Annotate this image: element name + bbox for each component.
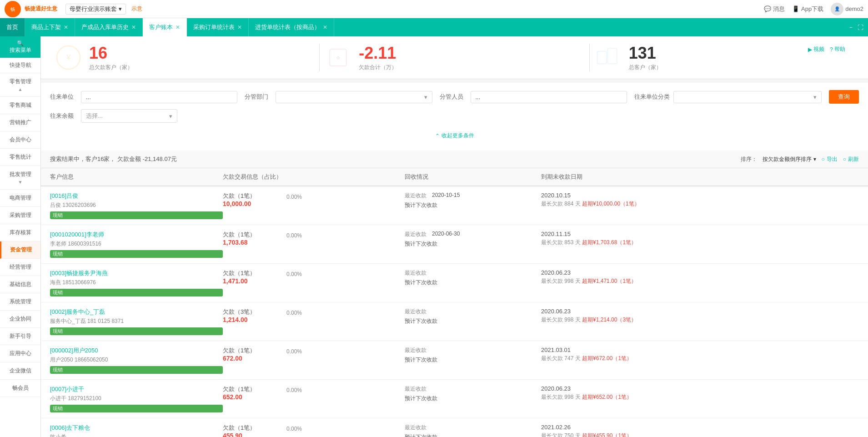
customer-name-1[interactable]: [0016]吕俊	[50, 192, 223, 200]
help-button[interactable]: ? 帮助	[830, 45, 845, 53]
sidebar-quick-nav[interactable]: 快捷导航	[0, 58, 40, 73]
filter-unit-input[interactable]: ...	[81, 91, 237, 103]
customer-name-3[interactable]: [0003]畅捷服务尹海燕	[50, 269, 223, 277]
refresh-button[interactable]: ○ 刷新	[843, 156, 859, 163]
debt-count-1: 欠款（1笔）	[223, 192, 277, 200]
stat-actions: ▶ 视频 ? 帮助	[808, 44, 845, 53]
total-customers-value: 131	[629, 44, 662, 63]
table-row: [0001020001]李老师 李老师 18600391516 现销 欠款（1笔…	[41, 225, 868, 264]
sidebar-item-ecommerce[interactable]: 电商管理	[0, 190, 40, 207]
th-due-date: 到期未收款日期	[541, 173, 859, 181]
customer-tag-5: 现销	[50, 366, 223, 374]
overdue-info-7: 最长欠款 750 天 超期¥455.90（1笔）	[541, 432, 859, 437]
debt-pct-1: 0.00%	[286, 192, 302, 200]
sidebar-item-enterprise-wechat[interactable]: 企业微信	[0, 362, 40, 380]
sidebar-item-member-center[interactable]: 会员中心	[0, 131, 40, 149]
filter-person-input[interactable]: ...	[471, 91, 627, 103]
overdue-link-3[interactable]: 超期¥1,471.00（1笔）	[582, 278, 637, 284]
overdue-link-4[interactable]: 超期¥1,214.00（3笔）	[582, 316, 637, 323]
export-button[interactable]: ○ 导出	[822, 156, 838, 163]
tab-home[interactable]: 首页	[0, 18, 25, 36]
sidebar-item-inventory[interactable]: 库存核算	[0, 224, 40, 241]
debt-customers-label: 总欠款客户（家）	[89, 64, 133, 71]
debt-amount-3: 1,471.00	[223, 277, 277, 285]
filter-unit-class-label: 往来单位分类	[634, 93, 670, 101]
customer-name-2[interactable]: [0001020001]李老师	[50, 231, 223, 239]
debt-customers-value: 16	[89, 44, 133, 63]
filter-balance: 往来余额 选择... ▾	[50, 109, 177, 123]
tab-purchase-goods-stats[interactable]: 进货单统计表（按商品） ✕	[249, 18, 334, 36]
message-button[interactable]: 💬 消息	[764, 5, 785, 13]
search-button[interactable]: 查询	[829, 90, 859, 104]
due-date-info-5: 2021.03.01 最长欠款 747 天 超期¥672.00（1笔）	[541, 347, 859, 374]
store-selector[interactable]: 母婴行业演示账套 ▾	[65, 4, 126, 15]
customer-name-6[interactable]: [0007]小进干	[50, 385, 223, 393]
sidebar-item-chang-member[interactable]: 畅会员	[0, 380, 40, 397]
tab-purchase-goods-stats-close[interactable]: ✕	[323, 24, 327, 30]
minimize-icon[interactable]: －	[848, 23, 854, 31]
sidebar-item-wholesale[interactable]: 批发管理 ▼	[0, 166, 40, 190]
debt-customers-icon: ¥	[55, 44, 82, 71]
sidebar-item-retail-management[interactable]: 零售管理 ▲	[0, 73, 40, 97]
maximize-icon[interactable]: ⛶	[858, 24, 863, 31]
filter-balance-select[interactable]: 选择... ▾	[81, 109, 177, 123]
overdue-link-7[interactable]: 超期¥455.90（1笔）	[582, 432, 632, 437]
sidebar-item-guide[interactable]: 新手引导	[0, 328, 40, 345]
sidebar-item-system[interactable]: 系统管理	[0, 293, 40, 311]
filter-unit-class: 往来单位分类 ▾	[634, 91, 822, 103]
tab-purchase-stats-close[interactable]: ✕	[237, 24, 242, 30]
filter-dept-label: 分管部门	[245, 93, 272, 101]
sidebar-item-retail-stats[interactable]: 零售统计	[0, 149, 40, 166]
tab-customer-account-close[interactable]: ✕	[176, 24, 180, 30]
stat-info-debt-total: -2.11 欠款合计（万）	[359, 44, 397, 71]
result-actions: 排序： 按欠款金额倒序排序 ▾ ○ 导出 ○ 刷新	[741, 156, 859, 163]
overdue-link-5[interactable]: 超期¥672.00（1笔）	[582, 355, 632, 362]
filter-dept-select[interactable]: ▾	[276, 91, 432, 103]
sidebar-item-operations[interactable]: 经营管理	[0, 259, 40, 276]
overdue-link-1[interactable]: 超期¥10,000.00（1笔）	[582, 201, 640, 207]
sidebar-item-purchase[interactable]: 采购管理	[0, 207, 40, 224]
table-row: [000002]用户2050 用户2050 18665062050 现销 欠款（…	[41, 341, 868, 380]
overdue-link-6[interactable]: 超期¥652.00（1笔）	[582, 394, 632, 400]
th-recovery: 回收情况	[405, 173, 541, 181]
sidebar-item-basic-info[interactable]: 基础信息	[0, 276, 40, 293]
sidebar-item-finance[interactable]: 资金管理	[0, 241, 40, 259]
tab-purchase-stats[interactable]: 采购订单统计表 ✕	[187, 18, 249, 36]
recovery-info-2: 最近收款 2020-06-30 预计下次收款	[405, 231, 541, 258]
filter-unit-class-select[interactable]: ▾	[673, 91, 822, 103]
customer-info-5: [000002]用户2050 用户2050 18665062050 现销	[50, 347, 223, 374]
stat-info-debt-customers: 16 总欠款客户（家）	[89, 44, 133, 71]
svg-text:⋄: ⋄	[336, 54, 340, 61]
sort-dropdown[interactable]: 按欠款金额倒序排序 ▾	[763, 156, 816, 163]
debt-count-7: 欠款（1笔）	[223, 424, 277, 432]
sidebar-toggle[interactable]: 示意	[131, 5, 142, 13]
collapse-button[interactable]: ⌃ 收起更多条件	[435, 132, 474, 140]
recovery-info-3: 最近收款 预计下次收款	[405, 269, 541, 296]
due-date-7: 2021.02.26	[541, 424, 859, 431]
recovery-info-4: 最近收款 预计下次收款	[405, 308, 541, 335]
debt-total-icon: ⋄	[324, 44, 351, 71]
customer-name-5[interactable]: [000002]用户2050	[50, 347, 223, 355]
due-date-6: 2020.06.23	[541, 385, 859, 392]
sidebar-item-marketing[interactable]: 营销推广	[0, 114, 40, 131]
customer-name-4[interactable]: [0002]服务中心_丁磊	[50, 308, 223, 316]
recovery-info-5: 最近收款 预计下次收款	[405, 347, 541, 374]
overdue-link-2[interactable]: 超期¥1,703.68（1笔）	[582, 239, 637, 246]
customer-name-7[interactable]: [0006]去下粮仓	[50, 424, 223, 432]
user-menu[interactable]: 👤 demo2	[831, 3, 863, 15]
sidebar-item-app-center[interactable]: 应用中心	[0, 345, 40, 362]
tab-customer-account-label: 客户账本	[149, 23, 173, 31]
tab-production-history-close[interactable]: ✕	[131, 24, 136, 30]
app-download-button[interactable]: 📱 App下载	[792, 5, 823, 13]
due-date-5: 2021.03.01	[541, 347, 859, 353]
tab-product-listing-close[interactable]: ✕	[64, 24, 68, 30]
video-button[interactable]: ▶ 视频	[808, 45, 824, 53]
svg-text:¥: ¥	[65, 53, 70, 61]
sidebar-item-retail-mall[interactable]: 零售商城	[0, 97, 40, 114]
tab-customer-account[interactable]: 客户账本 ✕	[143, 18, 187, 36]
customer-phone-2: 李老师 18600391516	[50, 240, 223, 248]
sidebar-item-enterprise-collab[interactable]: 企业协同	[0, 311, 40, 328]
tab-product-listing[interactable]: 商品上下架 ✕	[25, 18, 75, 36]
tab-production-history[interactable]: 产成品入库单历史 ✕	[75, 18, 143, 36]
sidebar-search[interactable]: 🔍 搜索菜单	[0, 36, 40, 58]
